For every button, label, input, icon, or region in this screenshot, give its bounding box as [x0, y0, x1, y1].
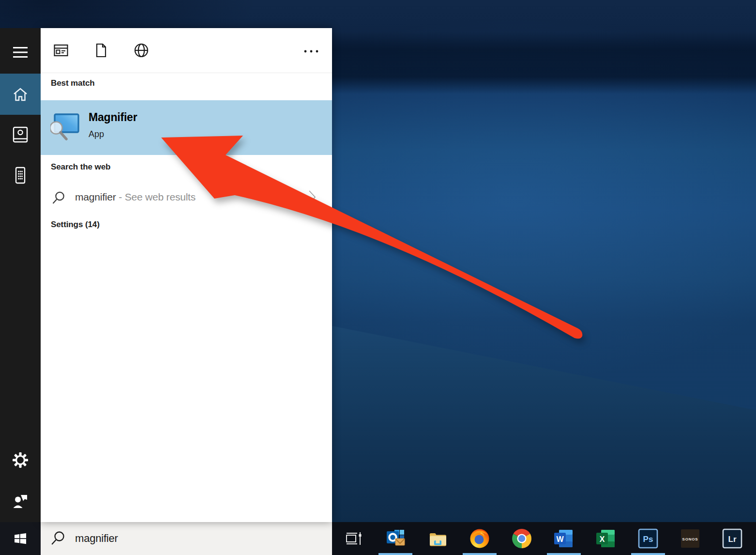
running-indicator [547, 553, 581, 555]
taskbar-app-photoshop[interactable]: Ps [627, 522, 669, 555]
running-indicator [463, 553, 497, 555]
best-match-title: Magnifier [89, 111, 137, 124]
taskbar-app-lightroom[interactable]: Lr [711, 522, 753, 555]
start-button[interactable] [0, 522, 41, 555]
taskbar-search-box[interactable]: magnifier [41, 522, 332, 555]
best-match-header: Best match [51, 78, 95, 88]
sidebar-item-console[interactable] [0, 162, 41, 189]
filter-apps-button[interactable] [50, 40, 72, 61]
taskbar-app-excel[interactable]: X [585, 522, 627, 555]
taskbar-app-word[interactable]: W [543, 522, 585, 555]
sidebar-item-home[interactable] [0, 74, 41, 115]
best-match-result-magnifier[interactable]: Magnifier App [41, 100, 332, 155]
sidebar-item-contacts[interactable] [0, 121, 41, 148]
web-globe-icon [134, 43, 149, 58]
chrome-icon [511, 528, 532, 549]
firefox-icon [469, 528, 490, 549]
documents-icon [95, 43, 107, 58]
search-flyout-panel: Best match Magnifier App [41, 28, 332, 522]
search-icon [51, 191, 66, 205]
taskbar-search-value: magnifier [75, 532, 118, 545]
photoshop-icon: Ps [637, 528, 659, 549]
sidebar-item-settings[interactable] [0, 447, 41, 474]
settings-header: Settings (14) [51, 220, 100, 230]
excel-letter: X [599, 535, 605, 543]
web-search-result[interactable]: magnifier - See web results [41, 183, 332, 213]
web-result-query: magnifier [75, 191, 116, 202]
sidebar-item-feedback[interactable] [0, 488, 41, 515]
running-indicator [631, 553, 665, 555]
sonos-icon: SONOS [680, 528, 701, 549]
home-icon [13, 88, 28, 101]
taskbar-app-firefox[interactable] [458, 522, 500, 555]
web-result-hint: - See web results [119, 191, 196, 202]
taskbar-app-file-explorer[interactable] [416, 522, 458, 555]
magnifier-app-icon [50, 113, 79, 142]
console-icon [15, 167, 26, 184]
filter-documents-button[interactable] [91, 40, 112, 61]
contacts-icon [13, 126, 28, 143]
word-icon: W [553, 528, 575, 549]
lightroom-letter: Lr [728, 535, 736, 544]
taskbar-app-outlook[interactable] [374, 522, 416, 555]
chevron-right-icon [308, 190, 317, 204]
sonos-letter: SONOS [682, 537, 698, 541]
screen: Best match Magnifier App [0, 0, 756, 555]
outlook-icon [384, 528, 407, 549]
lightroom-icon: Lr [722, 528, 743, 549]
task-view-button[interactable] [332, 522, 374, 555]
best-match-subtitle: App [89, 129, 104, 139]
file-explorer-icon [427, 528, 448, 549]
task-view-icon [343, 528, 364, 549]
wallpaper-ridge [332, 291, 756, 522]
photoshop-letter: Ps [643, 535, 653, 544]
more-options-button[interactable] [301, 46, 322, 57]
running-indicator [378, 553, 412, 555]
apps-icon [54, 44, 68, 57]
filter-web-button[interactable] [131, 40, 152, 61]
feedback-icon [12, 493, 29, 509]
windows-start-icon [13, 532, 28, 545]
excel-icon: X [595, 528, 617, 549]
taskbar-app-chrome[interactable] [500, 522, 543, 555]
taskbar-app-icons: W X Ps [332, 522, 753, 555]
search-sidebar [0, 28, 41, 522]
taskbar-app-sonos[interactable]: SONOS [669, 522, 711, 555]
hamburger-menu-button[interactable] [0, 39, 41, 66]
gear-icon [12, 451, 29, 469]
word-letter: W [556, 535, 564, 543]
taskbar: magnifier [0, 522, 756, 555]
search-web-header: Search the web [51, 162, 110, 172]
flyout-filter-bar [41, 28, 332, 73]
more-ellipsis-icon [303, 49, 320, 53]
hamburger-menu-icon [13, 46, 28, 58]
web-result-text: magnifier - See web results [75, 191, 196, 203]
search-icon [50, 531, 66, 546]
